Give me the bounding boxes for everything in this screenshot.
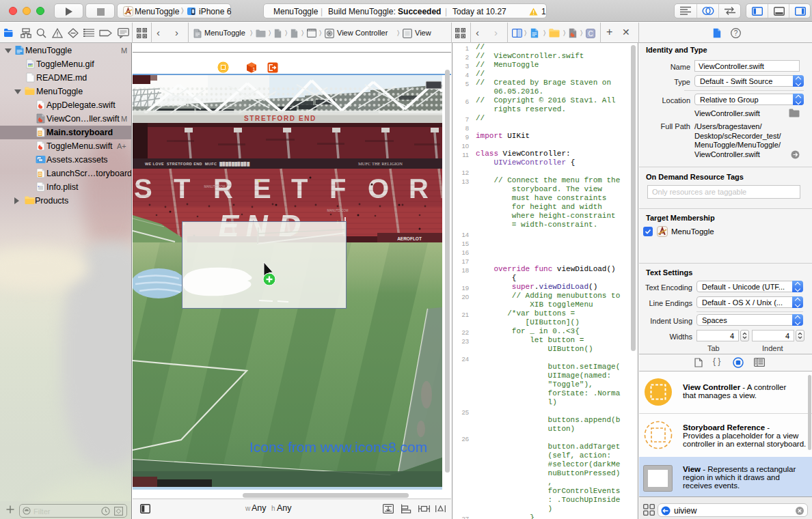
svg-text:T: T [291, 173, 308, 204]
svg-text:?: ? [734, 29, 738, 37]
svg-text:MUFC THE RELIGION: MUFC THE RELIGION [358, 161, 403, 166]
svg-text:WE LOVE STRETFORD END MUFC: WE LOVE STRETFORD END MUFC █▉█▉██▉█▉█ [145, 161, 249, 167]
svg-text:F: F [329, 173, 346, 204]
svg-text:R: R [409, 173, 429, 204]
svg-text:STRETFORD END: STRETFORD END [244, 115, 316, 122]
svg-text:1: 1 [253, 67, 256, 72]
svg-text:O: O [368, 173, 389, 204]
svg-text:AEROFLOT: AEROFLOT [397, 236, 422, 241]
svg-text:C: C [588, 30, 593, 38]
svg-text:Icons from www.icons8.com: Icons from www.icons8.com [249, 439, 427, 455]
svg-text:E: E [253, 173, 271, 204]
svg-text:R: R [213, 173, 233, 204]
svg-text:MANUTD.COM: MANUTD.COM [204, 185, 226, 188]
svg-text:T: T [174, 173, 190, 204]
svg-text:MANUTD.COM: MANUTD.COM [327, 209, 349, 212]
svg-text:S: S [134, 173, 152, 204]
